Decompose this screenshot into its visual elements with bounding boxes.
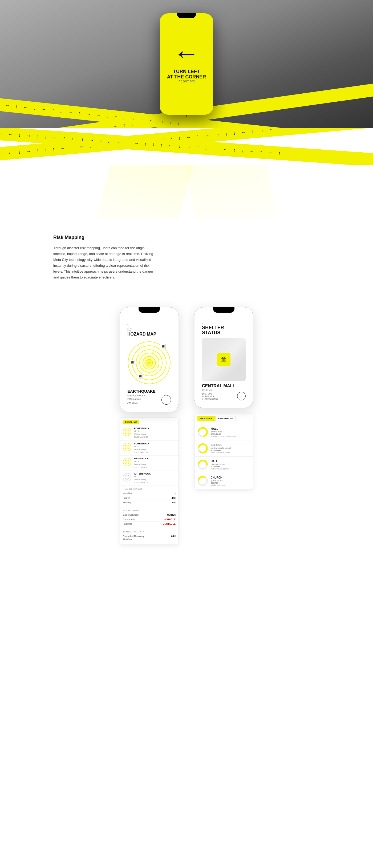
donut-hall [197, 459, 208, 470]
sl-sub-mall: central mall [211, 431, 236, 433]
section-title: Risk Mapping [53, 235, 320, 240]
shelter-arrow-btn[interactable]: → [237, 392, 246, 400]
map-pin-1: ⬛ [161, 344, 166, 349]
list-item-hall[interactable]: HALL city cultural hall 800/1600 restroo… [195, 457, 253, 473]
hero-phone: ← TURN LEFTAT THE CORNER (ABOUT 5M) [160, 13, 213, 115]
sl-name-school: SCHOOL [211, 443, 231, 446]
sl-sub-church: grace church [211, 479, 225, 482]
tl-text-4: AFTERSHOCK M 1.2 180km away 11/01, AM 8:… [134, 472, 176, 484]
right-column: ‹ SHELTERSTATUS 🏛 CoverContent CENTRAL M… [195, 307, 253, 490]
shelter-map-area: 🏛 CoverContent [202, 338, 246, 381]
shelter-capacity: 150 / 200 [202, 393, 235, 395]
haz-label-small: Compmap [127, 327, 171, 332]
list-item-mall[interactable]: MALL central mall 1500/2000 restrooms, m… [195, 424, 253, 440]
tl-icon-4 [123, 473, 131, 482]
shelter-title-block: SHELTERSTATUS [202, 325, 246, 336]
hazard-screen: ‹ Compmap HOZARD MAP ⬛ ⬛ [120, 307, 178, 412]
tl-icon-1 [123, 428, 131, 436]
phone-notch [177, 13, 196, 18]
sl-services-hall: restrooms, medical aid [211, 468, 229, 470]
shelter-hours: 24 HOURS [202, 395, 235, 398]
shelter-phone-num: +12025461851 [202, 398, 235, 400]
sl-cap-mall: 1500/2000 [211, 433, 236, 435]
beam-section [0, 165, 373, 219]
tab-nearest[interactable]: NEAREST [197, 416, 215, 421]
tab-emptiness[interactable]: EMPTINESS [215, 416, 236, 421]
instruction-sub: (ABOUT 5M) [167, 80, 206, 83]
phone-notch [139, 307, 160, 313]
tl-text-1: FORESHOCK M 1.8 170km away 11/01, AM 6:2… [134, 427, 176, 439]
map-pin-3: ⬛ [138, 374, 143, 379]
tape-section: ← ↓ → ↑ ↓ → ↑ ← ↓ → ↑ ↓ ↑ → ↑ ← ↓ → ↑ ↓ … [0, 128, 373, 165]
svg-point-3 [199, 444, 207, 453]
sl-cap-school: 3600/4000 [211, 449, 231, 452]
section-body: Through disaster risk mapping, users can… [53, 245, 155, 281]
hero-section: → ↑ ↓ → ↑ ← ↓ → ↑ ↓ → ↑ ← ↓ → ↑ ↓ → ↑ → … [0, 0, 373, 128]
eq-arrow-btn[interactable]: → [162, 395, 171, 405]
eq-detail: Magnitude M 6.5 200km away AM 06:21 [127, 394, 145, 405]
sl-sub-hall: city cultural hall [211, 463, 229, 465]
eq-info: EARTHQUAKE Magnitude M 6.5 200km away AM… [127, 389, 171, 405]
haz-back-btn[interactable]: ‹ [127, 322, 171, 327]
timeline-phone: TIMELINE FORESHOCK M 1.8 170km away 11/0… [120, 417, 178, 545]
shelter-sub: 119 Elm St [202, 389, 235, 391]
basic-services-row: Basic Services WATER [123, 513, 176, 517]
shelter-title: SHELTERSTATUS [202, 325, 246, 336]
hero-instruction: TURN LEFTAT THE CORNER (ABOUT 5M) [167, 69, 206, 83]
shelter-main-phone: ‹ SHELTERSTATUS 🏛 CoverContent CENTRAL M… [195, 307, 253, 408]
sl-name-mall: MALL [211, 427, 236, 430]
temporal-section: TEMPORAL DATA Estimated RecoveryTimeline… [120, 528, 178, 544]
list-item-church[interactable]: CHURCH grace church 300/400 meals, restr… [195, 473, 253, 489]
human-impact-label: HUMAN IMPACT [123, 488, 176, 490]
donut-mall [197, 427, 208, 437]
instruction-main: TURN LEFTAT THE CORNER [167, 69, 206, 80]
shelter-name: CENTRAL MALL [202, 383, 235, 389]
social-impact-label: SOCIAL IMPACT [123, 509, 176, 512]
community-row: Community UNSTABLE [123, 517, 176, 522]
tl-text-3: MAINSHOCK M 2.6 200km away 11/01, AM 8:4… [134, 457, 176, 469]
timeline-item-1: FORESHOCK M 1.8 170km away 11/01, AM 6:2… [120, 426, 178, 441]
light-beam-2 [173, 165, 280, 219]
fatalities-row: Fatalities 3 [123, 491, 176, 496]
injured-row: Injured 450 [123, 496, 176, 500]
timeline-item-4: AFTERSHOCK M 1.2 180km away 11/01, AM 8:… [120, 471, 178, 486]
shelter-screen: ‹ SHELTERSTATUS 🏛 CoverContent CENTRAL M… [195, 307, 253, 408]
timeline-item-2: FORESHOCK M 2.1 265km away 11/01, AM 7:1… [120, 441, 178, 456]
sl-sub-school: central middle school [211, 447, 231, 449]
left-column: ‹ Compmap HOZARD MAP ⬛ ⬛ [120, 307, 178, 545]
list-item-school[interactable]: SCHOOL central middle school 3600/4000 b… [195, 440, 253, 457]
tl-icon-2 [123, 443, 131, 451]
haz-title: HOZARD MAP [127, 332, 171, 337]
map-pin-2: ⬛ [130, 360, 135, 365]
shelter-marker: 🏛 [217, 353, 231, 366]
phones-section: ‹ Compmap HOZARD MAP ⬛ ⬛ [0, 302, 373, 566]
recovery-row: Estimated RecoveryTimeline 64H [123, 534, 176, 542]
timeline-item-3: MAINSHOCK M 2.6 200km away 11/01, AM 8:4… [120, 456, 178, 471]
tl-text-2: FORESHOCK M 2.1 265km away 11/01, AM 7:1… [134, 442, 176, 454]
sl-cap-church: 300/400 [211, 482, 225, 484]
sl-services-school: beds, restrooms, meals [211, 452, 231, 454]
temporal-label: TEMPORAL DATA [123, 531, 176, 533]
hazard-map-area: ⬛ ⬛ ⬛ [127, 339, 171, 387]
nearest-tabs: NEAREST EMPTINESS [195, 413, 253, 421]
shelter-list-phone: NEAREST EMPTINESS MALL central mall 1500… [195, 413, 253, 490]
sl-services-mall: restrooms, meals, medical aid [211, 435, 236, 437]
sl-services-church: meals, restrooms [211, 484, 225, 486]
donut-school [197, 443, 208, 454]
donut-church [197, 475, 208, 486]
risk-mapping-section: Risk Mapping Through disaster risk mappi… [0, 219, 373, 302]
hero-phone-screen: ← TURN LEFTAT THE CORNER (ABOUT 5M) [160, 13, 213, 115]
tape-arrows-2: ← ↓ → ↑ ↓ → ↑ ← ↓ → ↑ ↓ ↑ → ↑ ← ↓ → ↑ ↓ … [0, 90, 182, 126]
hero-phone-wrapper: ← TURN LEFTAT THE CORNER (ABOUT 5M) [160, 13, 213, 115]
hazard-map-phone: ‹ Compmap HOZARD MAP ⬛ ⬛ [120, 307, 178, 412]
human-impact-section: HUMAN IMPACT Fatalities 3 Injured 450 Mi… [120, 486, 178, 507]
social-impact-section: SOCIAL IMPACT Basic Services WATER Commu… [120, 507, 178, 528]
tl-icon-3 [123, 458, 131, 466]
sl-name-church: CHURCH [211, 476, 225, 479]
direction-arrow: ← [173, 40, 200, 66]
eq-type: EARTHQUAKE [127, 389, 171, 394]
shelter-back-btn[interactable]: ‹ [202, 322, 246, 325]
timeline-tag: TIMELINE [123, 421, 139, 424]
missing-row: Missing 328 [123, 500, 176, 505]
facilities-row: Facilities UNSTABLE [123, 522, 176, 526]
